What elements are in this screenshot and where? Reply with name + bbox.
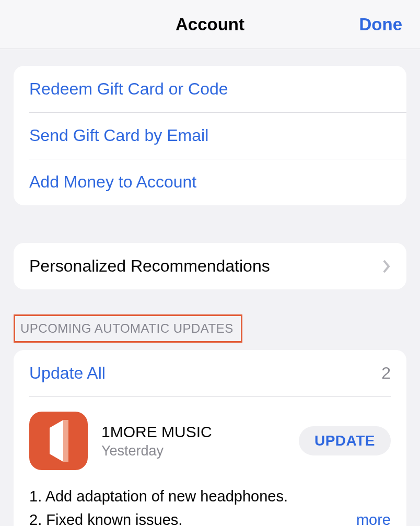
release-notes: 1. Add adaptation of new headphones. 2. …	[29, 485, 391, 526]
more-link[interactable]: more	[348, 508, 391, 526]
chevron-right-icon	[382, 259, 391, 274]
update-all-button[interactable]: Update All	[29, 364, 106, 383]
send-gift-card-link[interactable]: Send Gift Card by Email	[14, 112, 406, 159]
done-button[interactable]: Done	[359, 15, 403, 34]
redeem-gift-card-link[interactable]: Redeem Gift Card or Code	[14, 66, 406, 112]
update-button[interactable]: UPDATE	[299, 426, 391, 455]
upcoming-updates-header: UPCOMING AUTOMATIC UPDATES	[14, 314, 242, 343]
page-title: Account	[176, 15, 244, 34]
app-name: 1MORE MUSIC	[101, 423, 299, 441]
svg-rect-0	[63, 420, 68, 462]
personalized-recommendations-row[interactable]: Personalized Recommendations	[14, 243, 406, 289]
release-notes-text: 1. Add adaptation of new headphones. 2. …	[29, 488, 288, 526]
app-update-date: Yesterday	[101, 443, 299, 459]
updates-section: Update All 2 1MORE MUSIC Yesterday UPDAT…	[14, 350, 406, 526]
personalized-recommendations-label: Personalized Recommendations	[29, 256, 270, 276]
app-update-row: 1MORE MUSIC Yesterday UPDATE	[29, 397, 391, 472]
app-icon	[29, 412, 88, 470]
update-count: 2	[381, 364, 391, 383]
gift-card-section: Redeem Gift Card or Code Send Gift Card …	[14, 66, 406, 205]
add-money-link[interactable]: Add Money to Account	[14, 159, 406, 205]
